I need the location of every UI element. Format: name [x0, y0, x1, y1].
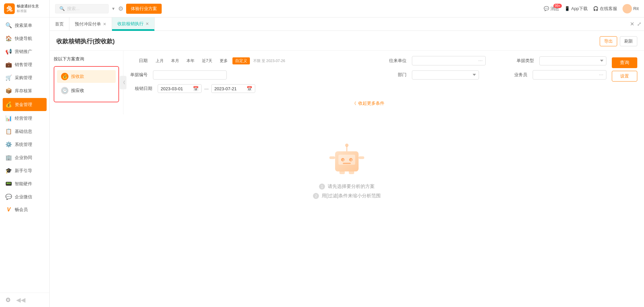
active-tab-indicator [112, 29, 154, 30]
sidebar-item-finance[interactable]: 💰 资金管理 [3, 98, 47, 111]
tab-home[interactable]: 首页 [50, 17, 69, 31]
sidebar-item-label: 营销推广 [15, 49, 32, 55]
tab-receivable-close-icon[interactable]: ✕ [146, 21, 149, 26]
department-select[interactable] [412, 70, 479, 80]
sidebar-item-label: 销售管理 [15, 62, 32, 68]
export-button[interactable]: 导出 [600, 36, 617, 46]
sidebar-item-label: 库存核算 [15, 88, 32, 94]
message-icon: 💬 [544, 6, 549, 11]
online-service-button[interactable]: 🎧 在线客服 [593, 6, 617, 12]
sidebar-item-basic[interactable]: 📋 基础信息 [0, 125, 49, 138]
empty-hint1: 1 请先选择要分析的方案 [313, 182, 381, 191]
app-name-wrap: 畅捷通好生意 标准版 [17, 4, 39, 13]
sidebar-item-label: 畅会员 [15, 207, 28, 213]
sidebar-item-inventory[interactable]: 📦 库存核算 [0, 84, 49, 97]
app-download-button[interactable]: 📱 App下载 [565, 6, 588, 12]
filter-row-voucher: 单据编号 部门 业务员 ··· [130, 70, 606, 80]
sidebar-item-search[interactable]: 🔍 搜索菜单 [0, 19, 49, 32]
collapse-more-label: 收起更多条件 [358, 100, 384, 106]
sidebar-bottom: ⚙ ◀◀ [0, 293, 49, 307]
expand-tab-icon[interactable]: ⤢ [637, 21, 641, 27]
sidebar-item-marketing[interactable]: 📢 营销推广 [0, 45, 49, 58]
sidebar-item-label: 企业微信 [15, 194, 32, 200]
gear-icon[interactable]: ⚙ [118, 5, 123, 12]
writeoff-start-wrap: 📅 [158, 84, 202, 93]
hint2-num: 2 [313, 193, 319, 199]
sidebar-item-system[interactable]: ⚙️ 系统管理 [0, 138, 49, 151]
topbar: 🔍 搜索... ▼ ⚙ 体验行业方案 💬 消息 99+ 📱 App下载 🎧 在线… [50, 0, 644, 17]
end-calendar-icon[interactable]: 📅 [247, 86, 252, 91]
sidebar-item-label: 采购管理 [15, 75, 32, 81]
sidebar-item-member[interactable]: V 畅会员 [0, 203, 49, 216]
message-button[interactable]: 💬 消息 99+ [544, 6, 559, 12]
sidebar-collapse-icon[interactable]: ◀◀ [16, 296, 25, 304]
sidebar-item-enterprise[interactable]: 🏢 企业协同 [0, 151, 49, 164]
date-btn-this-month[interactable]: 本月 [168, 57, 182, 64]
tab-receivable[interactable]: 收款核销执行 ✕ [112, 17, 155, 31]
sidebar-item-label: 系统管理 [15, 142, 32, 148]
sidebar-item-purchase[interactable]: 🛒 采购管理 [0, 71, 49, 84]
filter-row-date: 日期 上月 本月 本年 近7天 更多 自定义 不限 至 2023-07-26 [130, 56, 606, 65]
filter-sidebar: 按以下方案查询 💰 按收款 🕐 按应收 《 [50, 51, 123, 114]
user-avatar [623, 4, 632, 13]
writeoff-end-wrap: 📅 [211, 84, 255, 93]
counterparty-input[interactable]: ··· [412, 56, 486, 65]
filter-option-by-receipt[interactable]: 💰 按收款 [57, 70, 116, 83]
service-icon: 🎧 [593, 6, 598, 11]
tab-prepay-close-icon[interactable]: ✕ [103, 22, 106, 27]
filter-actions: 查询 设置 [612, 56, 637, 109]
enterprise-icon: 🏢 [5, 154, 12, 161]
receivable-option-icon: 🕐 [61, 87, 68, 94]
date-btn-7days[interactable]: 近7天 [199, 57, 215, 64]
receipt-option-icon: 💰 [61, 73, 68, 80]
download-icon: 📱 [565, 6, 570, 11]
tab-prepay[interactable]: 预付冲应付单 ✕ [69, 17, 112, 31]
svg-rect-10 [359, 156, 364, 159]
date-btn-custom[interactable]: 自定义 [232, 57, 250, 64]
app-download-label: App下载 [571, 6, 588, 12]
search-icon: 🔍 [5, 22, 12, 29]
settings-button[interactable]: 设置 [612, 71, 637, 82]
date-btn-this-year[interactable]: 本年 [184, 57, 197, 64]
settings-icon[interactable]: ⚙ [5, 296, 11, 304]
filter-option-by-receivable[interactable]: 🕐 按应收 [57, 84, 116, 97]
close-tab-icon[interactable]: ✕ [630, 21, 634, 27]
writeoff-start-input[interactable] [161, 86, 191, 91]
sidebar-logo: 兔 畅捷通好生意 标准版 [0, 0, 49, 17]
sidebar-item-sales[interactable]: 💼 销售管理 [0, 58, 49, 71]
refresh-button[interactable]: 刷新 [620, 36, 637, 46]
date-btn-more[interactable]: 更多 [217, 57, 230, 64]
writeoff-end-input[interactable] [214, 86, 245, 91]
collapse-more-button[interactable]: 《 收起更多条件 [130, 98, 606, 109]
content-area: 收款核销执行(按收款) 导出 刷新 按以下方案查询 💰 按收款 [50, 31, 644, 307]
sidebar-collapse-arrow[interactable]: 《 [120, 76, 126, 89]
svg-rect-12 [349, 171, 354, 174]
sidebar-item-label: 基础信息 [15, 129, 32, 135]
date-btn-last-month[interactable]: 上月 [153, 57, 166, 64]
voucher-type-select[interactable] [539, 56, 606, 65]
sidebar-item-guide[interactable]: 🎓 新手引导 [0, 164, 49, 177]
sidebar-item-quick[interactable]: 🏠 快捷导航 [0, 32, 49, 45]
start-calendar-icon[interactable]: 📅 [193, 86, 199, 91]
user-profile[interactable]: Rit [623, 4, 639, 13]
home-icon: 🏠 [5, 35, 12, 42]
filter-rows: 日期 上月 本月 本年 近7天 更多 自定义 不限 至 2023-07-26 [130, 56, 606, 109]
filter-row-writeoff-date: 核销日期 📅 — 📅 [130, 84, 606, 93]
svg-rect-6 [343, 163, 351, 164]
tabbar: 首页 预付冲应付单 ✕ 收款核销执行 ✕ ✕ ⤢ [50, 17, 644, 31]
sidebar-item-label: 搜索菜单 [15, 22, 32, 29]
guide-icon: 🎓 [5, 167, 12, 174]
business-input[interactable]: ··· [533, 70, 606, 80]
industry-solution-button[interactable]: 体验行业方案 [126, 4, 162, 14]
hardware-icon: 📟 [5, 181, 12, 187]
sidebar-item-wechat[interactable]: 💬 企业微信 [0, 190, 49, 203]
sidebar-item-hardware[interactable]: 📟 智能硬件 [0, 177, 49, 190]
voucher-no-input[interactable] [153, 70, 227, 80]
dropdown-arrow-icon[interactable]: ▼ [111, 6, 115, 11]
empty-svg [327, 141, 367, 175]
tab-receivable-label: 收款核销执行 [117, 21, 144, 27]
tab-home-label: 首页 [55, 21, 64, 27]
page-title: 收款核销执行(按收款) [56, 37, 115, 45]
query-button[interactable]: 查询 [612, 57, 637, 68]
sidebar-item-operation[interactable]: 📊 经营管理 [0, 112, 49, 125]
